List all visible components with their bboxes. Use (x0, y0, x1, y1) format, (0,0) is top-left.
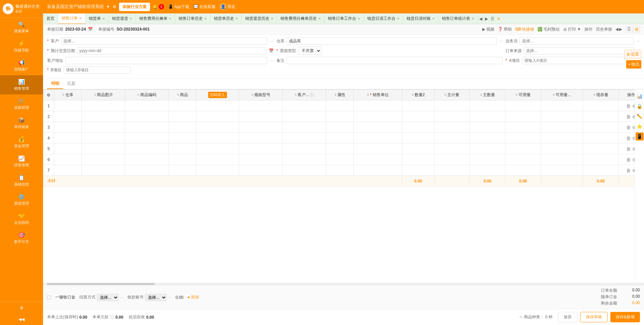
row-product-5[interactable] (168, 144, 196, 154)
row-main-unit-7[interactable] (434, 165, 470, 176)
row-sales-unit-5[interactable] (353, 144, 402, 154)
grid-view-icon[interactable]: ⊞ (633, 26, 640, 32)
row-current-qty-1[interactable] (583, 100, 619, 111)
row-spec-1[interactable] (239, 100, 282, 111)
row-scan-2[interactable] (196, 111, 239, 122)
row-qty2-6[interactable] (402, 154, 434, 165)
delivery-calendar-icon[interactable]: 📅 (269, 48, 274, 53)
sidebar-item-guide[interactable]: 🎯 新手引导 (0, 229, 43, 248)
tab-sales-summary[interactable]: 销售订单统计表 ✕ (439, 13, 478, 24)
row-product-code-3[interactable] (125, 122, 168, 133)
customer-addr-expand-icon[interactable]: ··· (270, 58, 273, 63)
tab-detail[interactable]: 明细 (47, 79, 63, 89)
row-scan-7[interactable] (196, 165, 239, 176)
row-available-qty-5[interactable] (505, 144, 541, 154)
next-record-icon[interactable]: ▶ (619, 27, 622, 32)
sidebar-collapse[interactable]: ◀◀ (0, 314, 43, 325)
row-attrs-5[interactable] (326, 144, 353, 154)
row-customer-no-2[interactable] (282, 111, 326, 122)
tab-order-workbench[interactable]: 销售订单工作台 ✕ (325, 13, 364, 24)
customer-input[interactable] (61, 37, 268, 45)
row-spec-4[interactable] (239, 133, 282, 144)
th-settings[interactable]: ⚙ (43, 90, 54, 100)
row-product-img-5[interactable] (82, 144, 125, 154)
sidebar-settings[interactable]: ⚙ (0, 302, 43, 314)
tab-expense-history[interactable]: 销售费用分摊单历史 ✕ (277, 13, 325, 24)
th-attributes[interactable]: ⇅ 属性 (326, 90, 353, 100)
sidebar-item-search[interactable]: 🔍 搜索菜单 (0, 18, 43, 37)
th-spec[interactable]: ⇅ 规格型号 (239, 90, 282, 100)
notification-btn[interactable]: 🔔 9 (153, 4, 164, 9)
tab-next[interactable]: ▶ (484, 16, 489, 21)
row-product-code-4[interactable] (125, 133, 168, 144)
row-qty2-2[interactable] (402, 111, 434, 122)
tab-menu[interactable]: ☰ (489, 16, 496, 21)
prev-record-icon[interactable]: ◀ (615, 27, 618, 32)
row-spec-3[interactable] (239, 122, 282, 133)
row-product-code-5[interactable] (125, 144, 168, 154)
float-lock-icon[interactable]: 🔒 (636, 102, 644, 110)
tab-sales-order-close[interactable]: ✕ (79, 16, 82, 20)
user-btn[interactable]: 👤 用友 (220, 3, 235, 10)
row-current-qty-4[interactable] (583, 133, 619, 144)
th-sales-unit[interactable]: ⇅ * 销售单位 (353, 90, 402, 100)
delete-row-4-icon[interactable]: 🗑 (626, 135, 631, 141)
tab-sales-summary-close[interactable]: ✕ (471, 17, 474, 21)
row-customer-no-4[interactable] (282, 133, 326, 144)
view-btn[interactable]: ▶ 视频 (482, 27, 494, 32)
row-qty2-4[interactable] (402, 133, 434, 144)
row-product-img-7[interactable] (82, 165, 125, 176)
row-product-code-2[interactable] (125, 111, 168, 122)
tab-cash-reconcile[interactable]: 钱货日清对账 ✕ (403, 13, 439, 24)
row-customer-no-7[interactable] (282, 165, 326, 176)
th-qty2[interactable]: ⇅ 数量2 (402, 90, 434, 100)
scan-btn[interactable]: 扫码录入 (208, 92, 227, 98)
sidebar-item-finance[interactable]: 💰 资金管理 (0, 133, 43, 152)
row-sales-unit-4[interactable] (353, 133, 402, 144)
column-settings-icon[interactable]: ⚙ (47, 93, 50, 97)
row-qty2-7[interactable] (402, 165, 434, 176)
row-attrs-1[interactable] (326, 100, 353, 111)
row-customer-no-6[interactable] (282, 154, 326, 165)
tab-cash-workbench[interactable]: 钱货日清工作台 ✕ (364, 13, 403, 24)
row-warehouse-4[interactable] (54, 133, 82, 144)
shortcut-btn[interactable]: ⌨ 快捷键 (515, 27, 534, 32)
sidebar-item-sales[interactable]: 📊 销售管理 (0, 75, 43, 94)
row-scan-4[interactable] (196, 133, 239, 144)
customer-expand-icon[interactable]: ··· (270, 39, 273, 43)
row-spec-6[interactable] (239, 154, 282, 165)
delete-row-2-icon[interactable]: 🗑 (626, 114, 631, 119)
tab-expense-split-close[interactable]: ✕ (169, 17, 172, 21)
sidebar-item-operation[interactable]: 📈 经营管理 (0, 152, 43, 171)
save-new-button[interactable]: 保存&新增 (610, 312, 640, 322)
row-available-qty-7[interactable] (505, 165, 541, 176)
float-edit-icon[interactable]: ✏️ (636, 112, 644, 120)
sidebar-item-purchase[interactable]: 🛒 采购管理 (0, 94, 43, 114)
row-main-qty-3[interactable] (470, 122, 505, 133)
row-customer-no-1[interactable] (282, 100, 326, 111)
payment-method-select[interactable]: 选择... (97, 294, 119, 301)
online-service-btn[interactable]: 💬 在线客服 (193, 4, 216, 10)
tab-sales-order[interactable]: 销售订单 ✕ (58, 13, 85, 24)
a-project-input[interactable] (522, 57, 640, 64)
row-scan-3[interactable] (196, 122, 239, 133)
delete-row-5-icon[interactable]: 🗑 (626, 146, 631, 152)
app-download-btn[interactable]: 📱 App下载 (168, 4, 189, 10)
calendar-icon[interactable]: 📅 (88, 27, 93, 32)
row-product-2[interactable] (168, 111, 196, 122)
tab-expense-history-close[interactable]: ✕ (318, 17, 321, 21)
row-available-qty-1[interactable] (505, 100, 541, 111)
discard-button[interactable]: 放弃 (558, 312, 577, 322)
payment-method-dots[interactable]: ··· (120, 295, 123, 300)
tab-goods-return-close[interactable]: ✕ (129, 17, 132, 21)
row-available-qty2-7[interactable] (541, 165, 583, 176)
row-attrs-2[interactable] (326, 111, 353, 122)
list-view-icon[interactable]: ☰ (626, 26, 633, 32)
tab-cash-reconcile-close[interactable]: ✕ (432, 17, 435, 21)
delivery-date-input[interactable] (77, 47, 267, 54)
row-attrs-3[interactable] (326, 122, 353, 133)
row-warehouse-7[interactable] (54, 165, 82, 176)
th-product[interactable]: ⇅ 商品 (168, 90, 196, 100)
delete-row-6-icon[interactable]: 🗑 (626, 157, 631, 162)
float-star-icon[interactable]: ⭐ (636, 122, 644, 130)
